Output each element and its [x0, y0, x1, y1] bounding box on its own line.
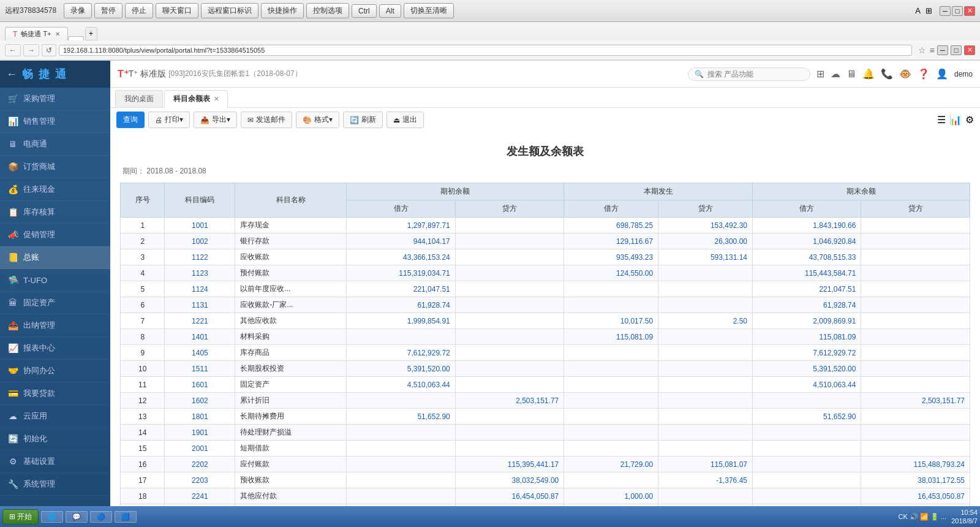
grid-icon[interactable]: ⊞ — [925, 6, 932, 15]
sidebar-item-inventory[interactable]: 📋 库存核算 — [0, 201, 110, 224]
notification-icon[interactable]: 🔔 — [862, 68, 875, 80]
remote-btn-alt[interactable]: Alt — [379, 4, 401, 18]
address-bar[interactable] — [59, 45, 912, 56]
cell-cur-c — [658, 297, 753, 313]
menu-icon[interactable]: ≡ — [930, 45, 935, 55]
remote-btn-clear[interactable]: 切换至清晰 — [404, 3, 454, 18]
browser-nav-bar: ← → ↺ ☆ ≡ ─ □ ✕ — [0, 40, 980, 60]
exit-button[interactable]: ⏏ 退出 — [386, 112, 424, 128]
username-text[interactable]: demo — [954, 70, 973, 78]
sidebar-item-promo[interactable]: 📣 促销管理 — [0, 224, 110, 246]
export-button[interactable]: 📤 导出▾ — [194, 112, 237, 128]
sidebar-item-assets[interactable]: 🏛 固定资产 — [0, 292, 110, 314]
new-tab-button[interactable]: + — [85, 27, 97, 40]
sidebar-item-system[interactable]: 🔧 系统管理 — [0, 473, 110, 496]
sidebar-item-init[interactable]: 🔄 初始化 — [0, 428, 110, 450]
browser-tabs-bar: T 畅捷通 T+ ✕ + — [0, 22, 980, 40]
cell-name: 短期借款 — [235, 441, 347, 457]
window-minimize[interactable]: ─ — [940, 6, 951, 16]
screen-icon[interactable]: 🖥 — [846, 69, 856, 80]
remote-btn-chat[interactable]: 聊天窗口 — [156, 3, 198, 18]
cell-name: 长期股权投资 — [235, 361, 347, 377]
cell-name: 银行存款 — [235, 233, 347, 249]
cell-end-d: 7,612,929.72 — [752, 345, 861, 361]
taskbar-app2[interactable]: 🟦 — [115, 511, 137, 523]
window-maximize[interactable]: □ — [952, 6, 963, 16]
nav-refresh[interactable]: ↺ — [42, 44, 56, 56]
chart-view-icon[interactable]: 📊 — [949, 114, 962, 126]
email-button[interactable]: ✉ 发送邮件 — [241, 112, 292, 128]
table-row: 16 2202 应付账款 115,395,441.17 21,729.00 11… — [121, 457, 970, 472]
cell-cur-c — [658, 441, 753, 457]
nav-back[interactable]: ← — [5, 44, 21, 56]
query-button[interactable]: 查询 — [116, 112, 145, 128]
sidebar-item-tufo[interactable]: 🛸 T-UFO — [0, 269, 110, 292]
browser-close[interactable]: ✕ — [964, 45, 975, 55]
browser-maximize[interactable]: □ — [951, 45, 962, 55]
sidebar: ← 畅 捷 通 🛒 采购管理 📊 销售管理 🖥 电商通 📦 订货商城 💰 — [0, 61, 110, 527]
tab-dashboard[interactable]: 我的桌面 — [115, 90, 163, 107]
start-button[interactable]: ⊞ 开始 — [2, 509, 39, 525]
data-table: 序号 科目编码 科目名称 期初余额 本期发生 期末余额 借方 贷方 借方 贷方 … — [120, 183, 970, 507]
remote-btn-stop[interactable]: 停止 — [125, 3, 153, 18]
search-input[interactable] — [707, 70, 804, 78]
sidebar-item-loan[interactable]: 💳 我要贷款 — [0, 382, 110, 405]
report-title: 发生额及余额表 — [120, 138, 970, 161]
remote-btn-record[interactable]: 录像 — [64, 3, 92, 18]
browser-tab-tplus[interactable]: T 畅捷通 T+ ✕ — [5, 27, 68, 40]
taskbar-wechat[interactable]: 💬 — [66, 511, 88, 523]
cell-cur-c: -1,376.45 — [658, 472, 753, 488]
phone-icon[interactable]: 📞 — [881, 68, 893, 80]
sidebar-item-cloud[interactable]: ☁ 云应用 — [0, 405, 110, 428]
taskbar-app1[interactable]: 🔵 — [90, 511, 112, 523]
format-button[interactable]: 🎨 格式▾ — [296, 112, 339, 128]
sidebar-item-reports[interactable]: 📈 报表中心 — [0, 337, 110, 360]
browser-minimize[interactable]: ─ — [937, 45, 948, 55]
cell-name: 长期待摊费用 — [235, 409, 347, 425]
sidebar-item-ledger[interactable]: 📒 总账 — [0, 246, 110, 269]
sidebar-item-collab[interactable]: 🤝 协同办公 — [0, 360, 110, 382]
sidebar-item-cashier[interactable]: 📤 出纳管理 — [0, 314, 110, 337]
list-view-icon[interactable]: ☰ — [937, 114, 946, 126]
sidebar-item-ecommerce[interactable]: 🖥 电商通 — [0, 133, 110, 156]
cell-code: 1122 — [165, 249, 235, 265]
cell-code: 1601 — [165, 377, 235, 393]
user-icon[interactable]: 👤 — [936, 68, 948, 80]
browser-tab-close-1[interactable]: ✕ — [55, 31, 60, 37]
cell-seq: 6 — [121, 297, 165, 313]
help-icon[interactable]: ❓ — [918, 68, 930, 80]
monkey-icon[interactable]: 🐵 — [899, 68, 911, 80]
format-icon: 🎨 — [303, 116, 312, 124]
remote-btn-shortcut[interactable]: 快捷操作 — [261, 3, 304, 18]
sidebar-item-sales[interactable]: 📊 销售管理 — [0, 110, 110, 133]
settings-view-icon[interactable]: ⚙ — [965, 114, 974, 126]
tab-subject-balance[interactable]: 科目余额表 ✕ — [164, 90, 228, 108]
tab-close-subject-balance[interactable]: ✕ — [214, 96, 219, 102]
app-logo: 畅 捷 通 — [22, 67, 67, 82]
remote-btn-ctrl[interactable]: Ctrl — [352, 4, 377, 18]
refresh-button[interactable]: 🔄 刷新 — [343, 112, 383, 128]
table-row: 6 1131 应收账款-厂家... 61,928.74 61,928.74 — [121, 297, 970, 313]
sidebar-item-procurement[interactable]: 🛒 采购管理 — [0, 88, 110, 110]
layout-icon[interactable]: ⊞ — [816, 68, 824, 80]
font-icon[interactable]: A — [915, 6, 921, 15]
sidebar-item-basic-settings[interactable]: ⚙ 基础设置 — [0, 450, 110, 473]
sidebar-toggle[interactable]: ← — [6, 68, 17, 81]
cloud-sync-icon[interactable]: ☁ — [831, 68, 840, 80]
taskbar-ie[interactable]: 🌐 — [41, 511, 63, 523]
sidebar-item-cashflow[interactable]: 💰 往来现金 — [0, 178, 110, 201]
table-area[interactable]: 发生额及余额表 期间： 2018.08 - 2018.08 序号 科目编码 科目… — [110, 132, 980, 507]
cell-cur-d: 698,785.25 — [564, 218, 658, 233]
window-close[interactable]: ✕ — [964, 6, 975, 16]
cell-cur-d — [564, 345, 658, 361]
browser-tab-active[interactable] — [68, 36, 84, 40]
print-button[interactable]: 🖨 打印▾ — [148, 112, 190, 128]
remote-btn-control[interactable]: 控制选项 — [306, 3, 349, 18]
remote-btn-window-id[interactable]: 远程窗口标识 — [201, 3, 258, 18]
bookmark-icon[interactable]: ☆ — [918, 45, 926, 55]
remote-btn-pause[interactable]: 暂停 — [94, 3, 123, 18]
table-row: 11 1601 固定资产 4,510,063.44 4,510,063.44 — [121, 377, 970, 393]
sidebar-label-basic-settings: 基础设置 — [23, 456, 55, 467]
nav-forward[interactable]: → — [23, 44, 39, 56]
sidebar-item-ordering[interactable]: 📦 订货商城 — [0, 156, 110, 178]
